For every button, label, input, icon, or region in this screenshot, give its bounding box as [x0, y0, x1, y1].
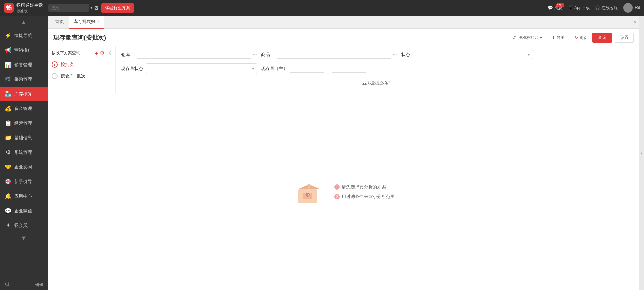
- tab-close-btn[interactable]: ×: [98, 20, 100, 23]
- sidebar-item-guide[interactable]: 🎯 新手引导: [0, 174, 48, 189]
- sidebar-item-operations[interactable]: 📋 经营管理: [0, 116, 48, 130]
- query-btn[interactable]: 查询: [592, 33, 612, 43]
- main-layout: ▲ ⚡ 快捷导航 📢 营销推广 📊 销售管理 🛒 采购管理 🏪 库存核算: [0, 16, 644, 290]
- scheme-item-warehouse-batch[interactable]: ○ 按仓库+批次: [48, 70, 115, 82]
- online-service-action[interactable]: 🎧 在线客服: [595, 5, 618, 11]
- phone-icon: 📱: [568, 5, 573, 10]
- sidebar-item-wechat[interactable]: 💬 企业微信: [0, 203, 48, 218]
- scroll-up-btn[interactable]: ▲: [0, 18, 48, 28]
- sidebar-bottom: ⚙ ◀◀: [0, 278, 48, 290]
- export-label: 导出: [557, 35, 565, 41]
- inventory-quantity-from[interactable]: [290, 65, 324, 73]
- inventory-status-field: 现存量状态 ▾: [121, 63, 257, 74]
- scheme-item-batch[interactable]: ● 按批次: [48, 59, 115, 70]
- sidebar-item-finance[interactable]: 💰 资金管理: [0, 101, 48, 116]
- search-dropdown-btn[interactable]: ▾: [90, 5, 92, 10]
- messages-action[interactable]: 💬 消息 99+: [548, 5, 562, 11]
- search-input[interactable]: [48, 4, 89, 12]
- sidebar-collapse-btn[interactable]: ◀◀: [35, 281, 43, 287]
- header-left: 畅 畅康通好生意 标准版 ▾ ⚙ 体验行业方案: [4, 2, 134, 14]
- right-panel-toggle[interactable]: ›: [639, 16, 644, 290]
- sidebar-item-label: 采购管理: [14, 76, 32, 83]
- close-all-tabs-btn[interactable]: ×: [633, 19, 637, 25]
- empty-hint-1: 1 请先选择要分析的方案: [334, 184, 395, 190]
- tab-bar: 首页 库存批次账 × ×: [48, 16, 639, 29]
- app-download-label: App下载: [574, 5, 590, 11]
- sidebar-item-marketing[interactable]: 📢 营销推广: [0, 43, 48, 57]
- sidebar-item-sales[interactable]: 📊 销售管理: [0, 57, 48, 72]
- svg-rect-3: [308, 184, 310, 189]
- trial-btn[interactable]: 体验行业方案: [101, 3, 134, 13]
- sidebar-item-label: 系统管理: [14, 149, 32, 156]
- wechat-icon: 💬: [5, 207, 12, 214]
- chevron-down-icon: ▾: [90, 5, 92, 10]
- collapse-more-label: 收起更多条件: [368, 80, 392, 86]
- sidebar-scroll: ▲ ⚡ 快捷导航 📢 营销推广 📊 销售管理 🛒 采购管理 🏪 库存核算: [0, 16, 48, 278]
- refresh-btn[interactable]: ↻ 刷新: [573, 34, 590, 42]
- sidebar-item-purchase[interactable]: 🛒 采购管理: [0, 72, 48, 87]
- scheme-panel: 按以下方案查询 + ⚙ 《 ● 按批次 ○ 按仓库+批次: [48, 46, 116, 93]
- scheme-header-actions: + ⚙ 《: [95, 50, 111, 56]
- sidebar-item-label: 基础信息: [14, 135, 32, 141]
- guide-icon: 🎯: [5, 178, 12, 185]
- inventory-status-select[interactable]: ▾: [146, 63, 257, 74]
- user-profile[interactable]: Rit: [623, 3, 640, 13]
- range-dash: —: [326, 66, 330, 71]
- collapse-scheme-btn[interactable]: 《: [106, 50, 111, 56]
- member-icon: ✦: [5, 222, 12, 229]
- tab-home[interactable]: 首页: [50, 16, 69, 29]
- warehouse-label: 仓库: [121, 52, 135, 58]
- warehouse-dots[interactable]: ···: [253, 52, 257, 58]
- print-dropdown-icon: ▾: [540, 35, 542, 40]
- scheme-warehouse-batch-label: 按仓库+批次: [61, 73, 85, 79]
- basic-icon: 📁: [5, 134, 12, 141]
- sidebar-item-quick-nav[interactable]: ⚡ 快捷导航: [0, 28, 48, 43]
- scheme-batch-label: 按批次: [61, 61, 74, 68]
- edit-scheme-btn[interactable]: ⚙: [100, 50, 104, 56]
- collapse-more-btn[interactable]: ▴▴ 收起更多条件: [121, 78, 634, 89]
- hint-text-2: 用过滤条件来缩小分析范围: [342, 194, 395, 200]
- sidebar-item-member[interactable]: ✦ 畅会员: [0, 218, 48, 233]
- empty-illustration: [292, 175, 326, 209]
- status-field: 状态 ▾: [401, 50, 537, 59]
- inventory-icon: 🏪: [5, 91, 12, 97]
- sidebar-item-enterprise[interactable]: 🤝 企业协同: [0, 160, 48, 174]
- sidebar-item-system[interactable]: ⚙ 系统管理: [0, 145, 48, 160]
- empty-text: 1 请先选择要分析的方案 2 用过滤条件来缩小分析范围: [334, 184, 395, 200]
- inventory-status-arrow: ▾: [252, 67, 254, 71]
- app-subtitle: 标准版: [16, 8, 43, 14]
- warehouse-input[interactable]: [137, 51, 251, 59]
- warehouse-field: 仓库 ···: [121, 51, 257, 59]
- collapse-up-icon: ▴▴: [362, 81, 367, 86]
- product-label: 商品: [261, 52, 275, 58]
- sidebar-item-basic[interactable]: 📁 基础信息: [0, 130, 48, 145]
- settings-icon-btn[interactable]: ⚙: [94, 5, 99, 11]
- sidebar-settings-btn[interactable]: ⚙: [5, 281, 10, 287]
- inventory-quantity-to[interactable]: [332, 65, 366, 73]
- scheme-icon-batch: ●: [52, 61, 58, 68]
- product-dots[interactable]: ···: [393, 52, 397, 58]
- export-btn[interactable]: ⬆ 导出: [550, 34, 567, 42]
- print-icon: 🖨: [513, 35, 517, 40]
- svg-marker-2: [310, 185, 320, 189]
- sidebar-item-app-center[interactable]: 🔔 应用中心: [0, 189, 48, 203]
- divider-1: [547, 35, 547, 40]
- add-scheme-btn[interactable]: +: [95, 50, 98, 56]
- app-download-action[interactable]: 📱 App下载: [568, 5, 590, 11]
- settings-btn[interactable]: 设置: [615, 33, 634, 43]
- messages-badge: 99+: [556, 3, 564, 7]
- sidebar-item-inventory[interactable]: 🏪 库存核算: [0, 87, 48, 101]
- status-dropdown-icon: ▾: [528, 52, 530, 57]
- product-input[interactable]: [277, 51, 391, 59]
- tab-inventory-batch[interactable]: 库存批次账 ×: [69, 16, 104, 29]
- finance-icon: 💰: [5, 105, 12, 112]
- filter-row-1: 仓库 ··· 商品 ··· 状态: [121, 50, 634, 59]
- svg-point-7: [308, 194, 309, 195]
- content-area: 首页 库存批次账 × × 现存量查询(按批次) 🖨 按模板打印 ▾: [48, 16, 639, 290]
- status-select[interactable]: ▾: [418, 50, 533, 59]
- scroll-down-btn[interactable]: ▼: [0, 233, 48, 243]
- header-right: 💬 消息 99+ 📱 App下载 🎧 在线客服 Rit: [548, 3, 640, 13]
- page-header: 现存量查询(按批次) 🖨 按模板打印 ▾ ⬆ 导出 ↻ 刷: [48, 29, 639, 46]
- app-info: 畅康通好生意 标准版: [16, 2, 43, 14]
- print-btn[interactable]: 🖨 按模板打印 ▾: [511, 34, 544, 42]
